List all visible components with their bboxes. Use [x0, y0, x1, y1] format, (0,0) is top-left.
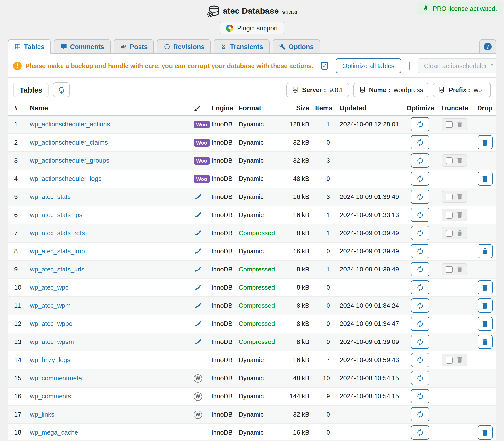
table-name-link[interactable]: wp_actionscheduler_logs [30, 175, 101, 183]
truncate-trash-button[interactable] [456, 121, 463, 128]
table-name-link[interactable]: wp_mega_cache [30, 429, 78, 436]
size-cell: 8 kB [283, 279, 313, 297]
tab-bar: Tables Comments Posts Revisions Transien… [8, 39, 496, 54]
format-cell: Compressed [237, 279, 283, 297]
tab-posts[interactable]: Posts [114, 39, 154, 54]
engine-cell: InnoDB [209, 369, 237, 387]
format-cell: Dynamic [237, 406, 283, 424]
truncate-checkbox[interactable] [446, 266, 453, 273]
truncate-trash-button[interactable] [456, 157, 463, 164]
tab-options[interactable]: Options [272, 39, 320, 54]
table-name-link[interactable]: wp_atec_wpsm [30, 338, 74, 346]
refresh-tables-button[interactable] [53, 82, 70, 97]
engine-cell: InnoDB [209, 152, 237, 170]
size-cell: 144 kB [283, 387, 313, 406]
updated-cell [336, 152, 405, 170]
row-number: 16 [8, 387, 25, 406]
truncate-checkbox[interactable] [446, 157, 453, 164]
table-name-link[interactable]: wp_atec_wpc [30, 284, 69, 291]
truncate-trash-button[interactable] [456, 357, 463, 364]
optimize-button[interactable] [411, 371, 429, 385]
drop-button[interactable] [477, 172, 492, 186]
table-name-link[interactable]: wp_actionscheduler_groups [30, 157, 109, 164]
plugin-support-label: Plugin support [237, 24, 278, 32]
source-icon-cell: W [192, 406, 209, 424]
refresh-icon [416, 411, 424, 418]
optimize-button[interactable] [411, 281, 429, 295]
source-icon-cell [192, 297, 209, 315]
truncate-checkbox[interactable] [446, 212, 453, 219]
truncate-checkbox[interactable] [446, 357, 453, 363]
drop-button[interactable] [477, 281, 492, 295]
table-name-link[interactable]: wp_links [30, 411, 54, 418]
drop-button[interactable] [477, 317, 492, 331]
drop-button[interactable] [477, 136, 492, 150]
optimize-button[interactable] [411, 317, 429, 331]
optimize-button[interactable] [411, 190, 429, 204]
table-name-link[interactable]: wp_atec_stats [30, 193, 71, 201]
optimize-button[interactable] [411, 335, 429, 349]
source-icon-cell: W [192, 387, 209, 406]
table-name-link[interactable]: wp_atec_wppo [30, 320, 72, 328]
truncate-checkbox[interactable] [446, 230, 453, 237]
optimize-button[interactable] [411, 408, 429, 422]
updated-cell [336, 134, 405, 152]
clean-actionscheduler-button[interactable]: Clean actionscheduler_* [418, 58, 496, 73]
table-name-link[interactable]: wp_atec_stats_urls [30, 266, 84, 273]
truncate-checkbox[interactable] [446, 193, 453, 200]
drop-button[interactable] [477, 425, 492, 440]
optimize-button[interactable] [411, 262, 429, 277]
table-name-link[interactable]: wp_comments [30, 393, 71, 400]
drop-cell [473, 170, 496, 188]
optimize-button[interactable] [411, 299, 429, 313]
truncate-trash-button[interactable] [456, 211, 463, 219]
optimize-button[interactable] [411, 154, 429, 168]
optimize-button[interactable] [411, 172, 429, 186]
truncate-trash-button[interactable] [456, 193, 463, 201]
optimize-button[interactable] [411, 353, 429, 367]
truncate-trash-button[interactable] [456, 230, 463, 237]
truncate-trash-button[interactable] [456, 266, 463, 273]
drop-button[interactable] [477, 244, 492, 258]
woocommerce-icon: Woo [194, 175, 210, 183]
table-name-link[interactable]: wp_commentmeta [30, 375, 82, 382]
atec-stats-icon [194, 248, 203, 255]
optimize-all-checkbox[interactable] [321, 62, 328, 70]
info-button[interactable] [479, 39, 496, 54]
clean-actionscheduler-checkbox[interactable] [409, 62, 410, 70]
truncate-cell [436, 297, 473, 315]
drop-button[interactable] [477, 299, 492, 313]
table-name-link[interactable]: wp_brizy_logs [30, 357, 70, 364]
row-number: 2 [8, 134, 25, 152]
tab-comments[interactable]: Comments [54, 39, 111, 54]
optimize-all-tables-button[interactable]: Optimize all tables [336, 58, 401, 73]
table-name-link[interactable]: wp_actionscheduler_claims [30, 139, 108, 146]
tab-revisions[interactable]: Revisions [157, 39, 211, 54]
tab-transients[interactable]: Transients [214, 39, 269, 54]
plugin-support-button[interactable]: Plugin support [220, 22, 284, 34]
format-cell: Dynamic [237, 206, 283, 224]
table-row: 2 wp_actionscheduler_claims Woo InnoDB D… [8, 134, 496, 152]
tables-toolbar: Tables Server : 9.0.1 Name : wordpress P… [8, 78, 496, 101]
table-name-link[interactable]: wp_atec_stats_ips [30, 211, 82, 219]
optimize-button[interactable] [411, 117, 429, 132]
col-name: Name [25, 101, 192, 115]
optimize-button[interactable] [411, 425, 429, 440]
table-name-link[interactable]: wp_actionscheduler_actions [30, 121, 110, 128]
optimize-button[interactable] [411, 208, 429, 222]
truncate-checkbox[interactable] [446, 121, 453, 128]
table-name-link[interactable]: wp_atec_wpm [30, 302, 71, 309]
optimize-button[interactable] [411, 136, 429, 150]
size-cell: 48 kB [283, 369, 313, 387]
col-size: Size [283, 101, 313, 115]
table-name-link[interactable]: wp_atec_stats_refs [30, 230, 85, 237]
optimize-button[interactable] [411, 389, 429, 404]
refresh-icon [416, 229, 424, 237]
row-number: 9 [8, 260, 25, 279]
drop-button[interactable] [477, 335, 492, 349]
tab-tables[interactable]: Tables [8, 39, 51, 54]
refresh-icon [416, 175, 424, 183]
table-name-link[interactable]: wp_atec_stats_tmp [30, 248, 85, 255]
optimize-button[interactable] [411, 244, 429, 258]
optimize-button[interactable] [411, 226, 429, 240]
